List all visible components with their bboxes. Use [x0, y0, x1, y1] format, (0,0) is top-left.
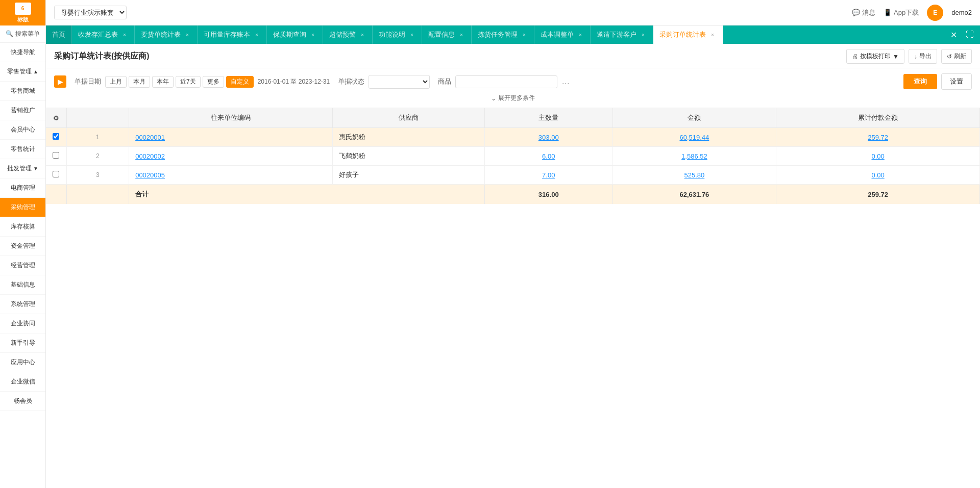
- sidebar-item-marketing[interactable]: 营销推广: [0, 101, 45, 120]
- date-this-month-button[interactable]: 本月: [129, 76, 150, 88]
- tab-close-icon[interactable]: ×: [640, 31, 647, 38]
- date-7days-button[interactable]: 近7天: [176, 76, 201, 88]
- tab-close-icon[interactable]: ×: [184, 31, 191, 38]
- sidebar-item-newguide[interactable]: 新手引导: [0, 333, 45, 353]
- sidebar-item-quicknav[interactable]: 快捷导航: [0, 43, 45, 62]
- sidebar-item-inventory[interactable]: 库存核算: [0, 217, 45, 237]
- sidebar-item-search[interactable]: 🔍 搜索菜单: [0, 25, 45, 43]
- tab-close-icon[interactable]: ×: [253, 31, 260, 38]
- chevron-down-icon: ▼: [33, 166, 38, 171]
- goods-input[interactable]: [455, 75, 557, 88]
- sidebar-item-label: 电商管理: [11, 184, 35, 192]
- tab-baozhi[interactable]: 保质期查询 ×: [267, 25, 323, 44]
- query-button[interactable]: 查询: [903, 74, 937, 89]
- sidebar: 6 标版 🔍 搜索菜单 快捷导航 零售管理 ▲ 零售商城 营销推广 会员中心 零…: [0, 0, 46, 488]
- status-filter-group: 单据状态: [338, 75, 430, 89]
- table-header-settings[interactable]: ⚙: [46, 108, 66, 128]
- tab-close-icon[interactable]: ×: [121, 31, 128, 38]
- row-amount[interactable]: 525.80: [612, 166, 776, 185]
- row-qty[interactable]: 7.00: [484, 166, 612, 185]
- goods-more-icon[interactable]: …: [561, 77, 570, 86]
- tab-close-icon[interactable]: ×: [359, 31, 366, 38]
- sidebar-item-retail-stats[interactable]: 零售统计: [0, 140, 45, 159]
- date-filter-group: 单据日期 上月 本月 本年 近7天 更多 自定义 2016-01-01 至: [75, 76, 330, 88]
- tab-close-icon[interactable]: ×: [458, 31, 465, 38]
- date-last-month-button[interactable]: 上月: [105, 76, 127, 88]
- sidebar-item-label: 系统管理: [11, 300, 35, 309]
- filter-toggle-button[interactable]: ▶: [54, 75, 66, 88]
- sidebar-item-operations[interactable]: 经营管理: [0, 256, 45, 275]
- row-checkbox[interactable]: [53, 171, 59, 177]
- table-header-qty: 主数量: [484, 108, 612, 128]
- row-paid[interactable]: 0.00: [776, 147, 980, 166]
- footer-empty-2: [66, 185, 129, 204]
- row-qty[interactable]: 303.00: [484, 128, 612, 147]
- sidebar-item-label: 营销推广: [11, 106, 35, 115]
- date-more-button[interactable]: 更多: [203, 76, 224, 88]
- workspace-selector[interactable]: 母婴行业演示账套: [54, 6, 127, 19]
- export-button[interactable]: ↓ 导出: [909, 49, 937, 64]
- tab-close-icon[interactable]: ×: [309, 31, 316, 38]
- row-checkbox[interactable]: [53, 133, 59, 140]
- sidebar-item-retail-mall[interactable]: 零售商城: [0, 82, 45, 101]
- message-button[interactable]: 💬 消息: [852, 8, 875, 17]
- sidebar-item-wechat[interactable]: 企业微信: [0, 372, 45, 392]
- tab-close-icon[interactable]: ×: [709, 31, 716, 38]
- app-download-button[interactable]: 📱 App下载: [884, 8, 919, 17]
- tab-peihuorenwu[interactable]: 拣货任务管理 ×: [472, 25, 534, 44]
- sidebar-item-member[interactable]: 会员中心: [0, 120, 45, 140]
- row-code[interactable]: 00020001: [129, 128, 333, 147]
- date-custom-button[interactable]: 自定义: [226, 76, 254, 88]
- row-amount[interactable]: 60,519.44: [612, 128, 776, 147]
- row-qty[interactable]: 6.00: [484, 147, 612, 166]
- sidebar-item-vip[interactable]: 畅会员: [0, 392, 45, 411]
- row-index: 1: [66, 128, 129, 147]
- tab-yaohuodantongjibiao[interactable]: 要货单统计表 ×: [135, 25, 198, 44]
- tab-close-all-icon[interactable]: ✕: [947, 29, 960, 41]
- row-checkbox-cell[interactable]: [46, 128, 66, 147]
- row-paid[interactable]: 0.00: [776, 166, 980, 185]
- status-select[interactable]: [369, 75, 430, 89]
- sidebar-item-ecommerce[interactable]: 电商管理: [0, 178, 45, 198]
- row-code[interactable]: 00020005: [129, 166, 333, 185]
- user-name[interactable]: demo2: [951, 9, 972, 16]
- sidebar-item-retail[interactable]: 零售管理 ▲: [0, 62, 45, 82]
- tab-shoufahuizong[interactable]: 收发存汇总表 ×: [72, 25, 135, 44]
- chevron-down-icon: ▼: [893, 53, 899, 60]
- tab-close-icon[interactable]: ×: [577, 31, 584, 38]
- row-code[interactable]: 00020002: [129, 147, 333, 166]
- expand-more-button[interactable]: ⌄ 展开更多条件: [491, 94, 535, 102]
- goods-filter-label: 商品: [438, 77, 451, 86]
- tab-peizhi[interactable]: 配置信息 ×: [422, 25, 472, 44]
- sidebar-item-finance[interactable]: 资金管理: [0, 237, 45, 256]
- row-checkbox[interactable]: [53, 152, 59, 159]
- tab-close-icon[interactable]: ×: [521, 31, 528, 38]
- table-header-code: 往来单位编码: [129, 108, 333, 128]
- refresh-button[interactable]: ↺ 刷新: [941, 49, 972, 64]
- tab-home[interactable]: 首页: [46, 25, 72, 44]
- row-checkbox-cell[interactable]: [46, 166, 66, 185]
- settings-button[interactable]: 设置: [941, 73, 972, 90]
- tab-keyongliang[interactable]: 可用量库存账本 ×: [198, 25, 267, 44]
- tab-yaoqingyouke[interactable]: 邀请下游客户 ×: [591, 25, 653, 44]
- tab-label: 拣货任务管理: [478, 30, 518, 39]
- sidebar-item-system[interactable]: 系统管理: [0, 295, 45, 314]
- row-amount[interactable]: 1,586.52: [612, 147, 776, 166]
- tab-caigoutongjibiao[interactable]: 采购订单统计表 ×: [653, 25, 723, 44]
- sidebar-item-enterprise[interactable]: 企业协同: [0, 314, 45, 333]
- sidebar-item-purchase[interactable]: 采购管理: [0, 198, 45, 217]
- row-checkbox-cell[interactable]: [46, 147, 66, 166]
- tab-gongneng[interactable]: 功能说明 ×: [373, 25, 422, 44]
- sidebar-item-basic[interactable]: 基础信息: [0, 275, 45, 295]
- date-this-year-button[interactable]: 本年: [152, 76, 174, 88]
- print-button[interactable]: 🖨 按模板打印 ▼: [846, 49, 904, 64]
- row-paid[interactable]: 259.72: [776, 128, 980, 147]
- tab-chengbentiaozhen[interactable]: 成本调整单 ×: [534, 25, 591, 44]
- workspace-dropdown[interactable]: 母婴行业演示账套: [54, 6, 127, 19]
- tab-close-icon[interactable]: ×: [408, 31, 415, 38]
- status-select-wrapper[interactable]: [369, 75, 430, 89]
- sidebar-item-appcenter[interactable]: 应用中心: [0, 353, 45, 372]
- tab-chaochu[interactable]: 超储预警 ×: [323, 25, 373, 44]
- sidebar-item-wholesale[interactable]: 批发管理 ▼: [0, 159, 45, 178]
- tab-expand-icon[interactable]: ⛶: [964, 29, 976, 41]
